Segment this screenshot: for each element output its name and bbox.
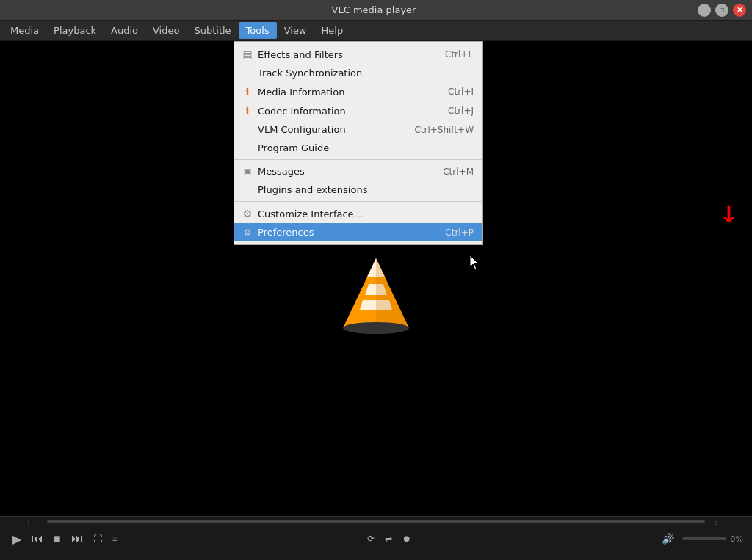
- messages-shortcut: Ctrl+M: [443, 167, 474, 177]
- window-controls: − □ ✕: [698, 4, 746, 17]
- seekbar[interactable]: [47, 520, 705, 523]
- playback-controls: ▶ ⏮ ■ ⏭ ⛶ ≡: [9, 531, 121, 548]
- vlc-logo: [339, 255, 413, 335]
- seekbar-row: --:-- --:--: [0, 517, 752, 527]
- menu-audio[interactable]: Audio: [104, 22, 145, 39]
- vlm-shortcut: Ctrl+Shift+W: [414, 125, 474, 135]
- menu-item-vlm[interactable]: VLM Configuration Ctrl+Shift+W: [234, 120, 482, 139]
- media-info-label: Media Information: [258, 87, 433, 98]
- menu-separator-1: [234, 159, 482, 160]
- main-content: ▤ Effects and Filters Ctrl+E Track Synch…: [0, 41, 752, 516]
- titlebar: VLC media player − □ ✕: [0, 0, 752, 21]
- menu-item-effects[interactable]: ▤ Effects and Filters Ctrl+E: [234, 45, 482, 64]
- time-total: --:--: [709, 518, 730, 526]
- loop-button[interactable]: ⟳: [364, 532, 378, 545]
- preferences-icon: ⚙: [240, 228, 255, 238]
- menu-item-program-guide[interactable]: Program Guide: [234, 139, 482, 157]
- tools-dropdown-menu: ▤ Effects and Filters Ctrl+E Track Synch…: [234, 41, 483, 245]
- volume-icon[interactable]: 🔊: [658, 531, 678, 546]
- menu-item-preferences[interactable]: ⚙ Preferences Ctrl+P: [234, 223, 482, 241]
- messages-label: Messages: [258, 166, 428, 177]
- menu-item-media-info[interactable]: ℹ Media Information Ctrl+I: [234, 82, 482, 101]
- media-info-shortcut: Ctrl+I: [448, 87, 474, 97]
- codec-info-icon: ℹ: [240, 105, 255, 117]
- volume-bar[interactable]: [682, 537, 726, 540]
- play-button[interactable]: ▶: [9, 531, 25, 548]
- svg-marker-4: [376, 258, 409, 328]
- menu-item-track-sync[interactable]: Track Synchronization: [234, 64, 482, 82]
- menubar: Media Playback Audio Video Subtitle Tool…: [0, 21, 752, 41]
- menu-playback[interactable]: Playback: [46, 22, 104, 39]
- customize-label: Customize Interface...: [258, 208, 459, 219]
- menu-separator-2: [234, 201, 482, 202]
- record-button[interactable]: ⏺: [399, 532, 415, 545]
- menu-item-customize[interactable]: ⚙ Customize Interface...: [234, 204, 482, 223]
- random-button[interactable]: ⇌: [381, 532, 396, 545]
- maximize-button[interactable]: □: [715, 4, 728, 17]
- menu-tools[interactable]: Tools: [239, 22, 277, 39]
- minimize-button[interactable]: −: [698, 4, 711, 17]
- menu-subtitle[interactable]: Subtitle: [187, 22, 238, 39]
- preferences-label: Preferences: [258, 227, 430, 238]
- red-arrow-indicator: ↓: [719, 203, 739, 226]
- controls-row: ▶ ⏮ ■ ⏭ ⛶ ≡ ⟳ ⇌ ⏺ 🔊 0%: [0, 527, 752, 550]
- codec-info-shortcut: Ctrl+J: [448, 106, 474, 116]
- fullscreen-button[interactable]: ⛶: [90, 532, 106, 545]
- menu-help[interactable]: Help: [314, 22, 351, 39]
- prev-button[interactable]: ⏮: [28, 531, 47, 547]
- menu-item-codec-info[interactable]: ℹ Codec Information Ctrl+J: [234, 101, 482, 120]
- track-sync-label: Track Synchronization: [258, 68, 459, 79]
- codec-info-label: Codec Information: [258, 106, 433, 117]
- customize-icon: ⚙: [240, 208, 255, 219]
- svg-point-5: [343, 322, 409, 334]
- extended-button[interactable]: ≡: [109, 532, 121, 545]
- window-title: VLC media player: [50, 4, 698, 15]
- effects-shortcut: Ctrl+E: [445, 49, 474, 59]
- time-elapsed: --:--: [22, 518, 43, 526]
- effects-label: Effects and Filters: [258, 49, 430, 60]
- equalizer-icon: ▤: [240, 48, 255, 60]
- plugins-label: Plugins and extensions: [258, 184, 459, 195]
- mouse-cursor: [470, 255, 482, 274]
- vlm-label: VLM Configuration: [258, 124, 400, 135]
- menu-media[interactable]: Media: [3, 22, 46, 39]
- volume-level: 0%: [731, 534, 743, 544]
- stop-button[interactable]: ■: [50, 531, 65, 547]
- close-button[interactable]: ✕: [733, 4, 746, 17]
- preferences-shortcut: Ctrl+P: [445, 228, 474, 238]
- menu-video[interactable]: Video: [145, 22, 187, 39]
- extra-controls: ⟳ ⇌ ⏺: [364, 532, 415, 545]
- controls-area: --:-- --:-- ▶ ⏮ ■ ⏭ ⛶ ≡ ⟳ ⇌ ⏺ 🔊 0%: [0, 516, 752, 560]
- next-button[interactable]: ⏭: [68, 531, 87, 547]
- media-info-icon: ℹ: [240, 86, 255, 98]
- volume-area: 🔊 0%: [658, 531, 743, 546]
- menu-item-messages[interactable]: ▣ Messages Ctrl+M: [234, 162, 482, 181]
- menu-view[interactable]: View: [277, 22, 314, 39]
- menu-item-plugins[interactable]: Plugins and extensions: [234, 181, 482, 199]
- messages-icon: ▣: [240, 167, 255, 176]
- program-guide-label: Program Guide: [258, 142, 459, 153]
